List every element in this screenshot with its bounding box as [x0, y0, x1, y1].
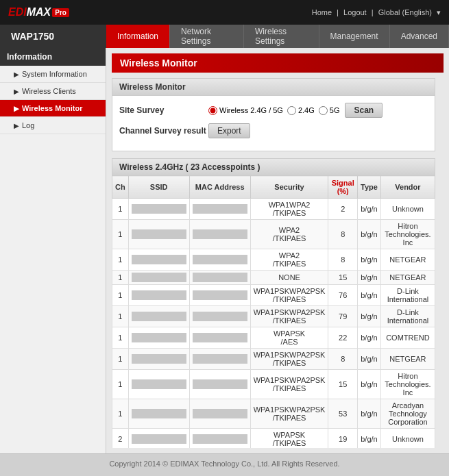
cell-security: WPA1PSKWPA2PSK/TKIPAES — [250, 306, 328, 327]
cell-vendor: Unknown — [380, 199, 435, 220]
nav-wireless-settings[interactable]: Wireless Settings — [244, 25, 319, 48]
cell-ch: 1 — [112, 199, 129, 220]
main-layout: Information ▶ System Information ▶ Wirel… — [0, 48, 449, 453]
nav-information[interactable]: Information — [106, 25, 170, 48]
cell-vendor: Hitron Technologies. Inc — [380, 370, 435, 399]
cell-vendor: COMTREND — [380, 327, 435, 349]
site-survey-controls: Wireless 2.4G / 5G 2.4G 5G — [208, 103, 383, 118]
sidebar-item-wireless-clients[interactable]: ▶ Wireless Clients — [0, 83, 106, 100]
radio-group: Wireless 2.4G / 5G 2.4G 5G — [208, 106, 339, 115]
arrow-icon: ▶ — [14, 105, 19, 112]
cell-signal: 76 — [328, 285, 358, 306]
sidebar-header: Information — [0, 48, 106, 66]
cell-signal: 2 — [328, 199, 358, 220]
arrow-icon: ▶ — [14, 88, 19, 95]
page-title: Wireless Monitor — [112, 53, 444, 73]
col-type: Type — [358, 176, 381, 199]
header: EDIMAX Pro Home | Logout | Global (Engli… — [0, 0, 449, 25]
ap-table: Ch SSID MAC Address Security Signal (%) … — [112, 175, 435, 448]
cell-ssid — [128, 349, 189, 370]
table-row: 2 WPAPSK/TKIPAES 19 b/g/n Unknown — [112, 429, 435, 449]
model-bar: WAP1750 Information Network Settings Wir… — [0, 25, 449, 48]
radio-2g-input[interactable] — [287, 106, 296, 115]
table-row: 1 WPA1PSKWPA2PSK/TKIPAES 53 b/g/n Arcady… — [112, 399, 435, 429]
cell-type: b/g/n — [358, 370, 381, 399]
cell-signal: 15 — [328, 271, 358, 285]
sidebar: Information ▶ System Information ▶ Wirel… — [0, 48, 106, 453]
radio-both-input[interactable] — [208, 106, 217, 115]
cell-mac — [189, 249, 250, 271]
cell-security: WPA2/TKIPAES — [250, 249, 328, 271]
section-header: Wireless Monitor — [112, 79, 435, 96]
channel-survey-row: Channel Survey result Export — [119, 123, 428, 138]
cell-ch: 1 — [112, 349, 129, 370]
nav-advanced[interactable]: Advanced — [390, 25, 449, 48]
cell-type: b/g/n — [358, 306, 381, 327]
site-survey-label: Site Survey — [119, 105, 208, 115]
table-row: 1 WPA2/TKIPAES 8 b/g/n Hitron Technologi… — [112, 220, 435, 249]
sidebar-item-log[interactable]: ▶ Log — [0, 117, 106, 134]
model-name: WAP1750 — [0, 31, 106, 42]
cell-ssid — [128, 220, 189, 249]
cell-ch: 1 — [112, 271, 129, 285]
cell-type: b/g/n — [358, 271, 381, 285]
cell-ssid — [128, 249, 189, 271]
channel-survey-label: Channel Survey result — [119, 126, 208, 136]
cell-ch: 1 — [112, 306, 129, 327]
cell-mac — [189, 370, 250, 399]
nav-network-settings[interactable]: Network Settings — [170, 25, 244, 48]
col-vendor: Vendor — [380, 176, 435, 199]
scan-button[interactable]: Scan — [345, 103, 383, 118]
cell-type: b/g/n — [358, 349, 381, 370]
cell-security: WPA1WPA2/TKIPAES — [250, 199, 328, 220]
cell-vendor: D-Link International — [380, 285, 435, 306]
radio-5g: 5G — [319, 106, 340, 115]
col-security: Security — [250, 176, 328, 199]
sidebar-label-wireless-clients: Wireless Clients — [22, 87, 76, 95]
cell-security: WPA1PSKWPA2PSK/TKIPAES — [250, 370, 328, 399]
cell-ch: 1 — [112, 220, 129, 249]
content-area: Wireless Monitor Wireless Monitor Site S… — [106, 48, 449, 453]
cell-ch: 1 — [112, 285, 129, 306]
cell-security: WPA2/TKIPAES — [250, 220, 328, 249]
cell-type: b/g/n — [358, 285, 381, 306]
cell-mac — [189, 220, 250, 249]
export-button[interactable]: Export — [208, 123, 250, 138]
sidebar-label-wireless-monitor: Wireless Monitor — [22, 104, 83, 112]
cell-ssid — [128, 327, 189, 349]
cell-ssid — [128, 370, 189, 399]
cell-security: WPAPSK/AES — [250, 327, 328, 349]
cell-type: b/g/n — [358, 199, 381, 220]
radio-5g-input[interactable] — [319, 106, 328, 115]
logo-pro: Pro — [52, 8, 69, 17]
language-link[interactable]: Global (English) — [378, 8, 432, 16]
table-row: 1 WPA1PSKWPA2PSK/TKIPAES 8 b/g/n NETGEAR — [112, 349, 435, 370]
cell-mac — [189, 327, 250, 349]
cell-signal: 22 — [328, 327, 358, 349]
ap-table-header-bar: Wireless 2.4GHz ( 23 Accesspoints ) — [112, 158, 435, 175]
logo-area: EDIMAX Pro — [8, 6, 69, 18]
footer-text: Copyright 2014 © EDIMAX Technology Co., … — [109, 460, 339, 468]
cell-signal: 53 — [328, 399, 358, 429]
col-ssid: SSID — [128, 176, 189, 199]
cell-type: b/g/n — [358, 249, 381, 271]
cell-ssid — [128, 285, 189, 306]
table-row: 1 NONE 15 b/g/n NETGEAR — [112, 271, 435, 285]
cell-vendor: D-Link International — [380, 306, 435, 327]
table-row: 1 WPA1PSKWPA2PSK/TKIPAES 15 b/g/n Hitron… — [112, 370, 435, 399]
home-link[interactable]: Home — [312, 8, 332, 16]
cell-ssid — [128, 429, 189, 449]
radio-2g-label: 2.4G — [298, 106, 315, 114]
cell-ch: 1 — [112, 370, 129, 399]
footer: Copyright 2014 © EDIMAX Technology Co., … — [0, 453, 449, 473]
wireless-monitor-section: Wireless Monitor Site Survey Wireless 2.… — [112, 78, 435, 151]
sidebar-item-wireless-monitor[interactable]: ▶ Wireless Monitor — [0, 100, 106, 117]
cell-signal: 19 — [328, 429, 358, 449]
logout-link[interactable]: Logout — [343, 8, 367, 16]
cell-mac — [189, 349, 250, 370]
table-row: 1 WPA1WPA2/TKIPAES 2 b/g/n Unknown — [112, 199, 435, 220]
cell-signal: 15 — [328, 370, 358, 399]
col-signal: Signal (%) — [328, 176, 358, 199]
sidebar-item-system-info[interactable]: ▶ System Information — [0, 66, 106, 83]
nav-management[interactable]: Management — [319, 25, 390, 48]
